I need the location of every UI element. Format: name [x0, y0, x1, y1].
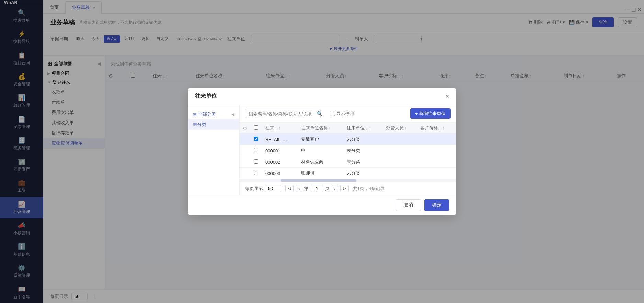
dialog-sidebar: ⊞ 全部分类 ◀ 未分类 — [188, 105, 240, 195]
dialog-table: ⚙ 往来...↕ 往来单位名称↕ 往来单位...↕ 分管人员↕ 客户价格...↕ — [240, 123, 456, 179]
row-settings-cell — [240, 145, 251, 156]
row-settings-cell — [240, 134, 251, 145]
dialog-table-row[interactable]: RETAIL_... 零散客户 未分类 — [240, 134, 456, 145]
row-price-cell — [417, 145, 456, 156]
row-category-cell: 未分类 — [343, 168, 382, 179]
row-checkbox[interactable] — [254, 148, 258, 152]
page-unit: 页 — [325, 186, 330, 192]
dialog-close-button[interactable]: × — [445, 93, 449, 100]
next-page-button[interactable]: › — [332, 185, 338, 192]
row-checkbox-cell[interactable] — [251, 134, 262, 145]
row-price-cell — [417, 134, 456, 145]
row-code-cell: 000001 — [262, 145, 298, 156]
dialog-select-all-checkbox[interactable] — [254, 125, 258, 130]
row-code-cell: RETAIL_... — [262, 134, 298, 145]
row-checkbox[interactable] — [254, 171, 258, 175]
row-manager-cell — [382, 134, 417, 145]
row-settings-cell — [240, 168, 251, 179]
dialog-col-name[interactable]: 往来单位名称↕ — [298, 123, 343, 134]
cancel-button[interactable]: 取消 — [396, 199, 421, 211]
dialog-overlay[interactable]: 往来单位 × ⊞ 全部分类 ◀ 未分类 🔍 — [0, 0, 644, 303]
page-number-input[interactable] — [311, 185, 323, 192]
dialog-table-row[interactable]: 000001 甲 未分类 — [240, 145, 456, 156]
row-name-cell: 零散客户 — [298, 134, 343, 145]
row-name-cell: 甲 — [298, 145, 343, 156]
dialog-toolbar: 🔍 显示停用 + 新增往来单位 — [240, 105, 456, 123]
dialog-header: 往来单位 × — [188, 88, 456, 105]
dialog-title: 往来单位 — [195, 93, 217, 100]
per-page-label: 每页显示 — [245, 186, 263, 192]
show-disabled-label: 显示停用 — [331, 110, 354, 117]
dialog-search-input[interactable] — [245, 109, 321, 118]
row-settings-cell — [240, 156, 251, 168]
dialog-main: 🔍 显示停用 + 新增往来单位 ⚙ 往来...↕ — [240, 105, 456, 195]
row-checkbox-cell[interactable] — [251, 156, 262, 168]
row-checkbox[interactable] — [254, 159, 258, 164]
last-page-button[interactable]: ⊳ — [340, 185, 349, 192]
dialog-scrollbar[interactable] — [240, 179, 456, 182]
dialog-table-row[interactable]: 000003 张师傅 未分类 — [240, 168, 456, 179]
dialog-col-price[interactable]: 客户价格...↕ — [417, 123, 456, 134]
dialog-col-checkbox[interactable] — [251, 123, 262, 134]
row-name-cell: 张师傅 — [298, 168, 343, 179]
dialog-body: ⊞ 全部分类 ◀ 未分类 🔍 显示停用 + 新增往来单位 — [188, 105, 456, 195]
dialog-col-settings[interactable]: ⚙ — [240, 123, 251, 134]
partner-dialog: 往来单位 × ⊞ 全部分类 ◀ 未分类 🔍 — [188, 88, 456, 215]
add-partner-button[interactable]: + 新增往来单位 — [410, 108, 451, 119]
dialog-sidebar-collapse-icon[interactable]: ◀ — [231, 112, 234, 117]
dialog-table-row[interactable]: 000002 材料供应商 未分类 — [240, 156, 456, 168]
dialog-col-manager[interactable]: 分管人员↕ — [382, 123, 417, 134]
row-checkbox[interactable] — [254, 137, 258, 141]
row-category-cell: 未分类 — [343, 156, 382, 168]
page-label-pre: 第 — [304, 186, 309, 192]
settings-icon: ⚙ — [243, 126, 247, 131]
row-checkbox-cell[interactable] — [251, 168, 262, 179]
dialog-col-category[interactable]: 往来单位...↕ — [343, 123, 382, 134]
dialog-sidebar-unclassified[interactable]: 未分类 — [188, 119, 239, 130]
row-category-cell: 未分类 — [343, 145, 382, 156]
row-manager-cell — [382, 168, 417, 179]
dialog-sidebar-all-label[interactable]: ⊞ 全部分类 ◀ — [188, 109, 239, 119]
dialog-pagination: 每页显示 50 ⊲ ‹ 第 页 › ⊳ 共1页，4条记录 — [240, 182, 456, 195]
row-manager-cell — [382, 156, 417, 168]
dialog-scrollbar-thumb[interactable] — [281, 179, 356, 182]
first-page-button[interactable]: ⊲ — [285, 185, 294, 192]
confirm-button[interactable]: 确定 — [424, 199, 449, 211]
total-info: 共1页，4条记录 — [353, 186, 385, 192]
row-code-cell: 000003 — [262, 168, 298, 179]
show-disabled-checkbox[interactable] — [331, 112, 335, 116]
search-icon[interactable]: 🔍 — [314, 111, 324, 116]
row-checkbox-cell[interactable] — [251, 145, 262, 156]
row-code-cell: 000002 — [262, 156, 298, 168]
prev-page-button[interactable]: ‹ — [296, 185, 302, 192]
row-name-cell: 材料供应商 — [298, 156, 343, 168]
row-category-cell: 未分类 — [343, 134, 382, 145]
dialog-page-size-select[interactable]: 50 — [265, 185, 281, 192]
dialog-footer: 取消 确定 — [188, 195, 456, 215]
dialog-col-code[interactable]: 往来...↕ — [262, 123, 298, 134]
row-price-cell — [417, 168, 456, 179]
dialog-table-wrap: ⚙ 往来...↕ 往来单位名称↕ 往来单位...↕ 分管人员↕ 客户价格...↕ — [240, 123, 456, 179]
row-price-cell — [417, 156, 456, 168]
grid-icon-small: ⊞ — [193, 112, 197, 117]
row-manager-cell — [382, 145, 417, 156]
